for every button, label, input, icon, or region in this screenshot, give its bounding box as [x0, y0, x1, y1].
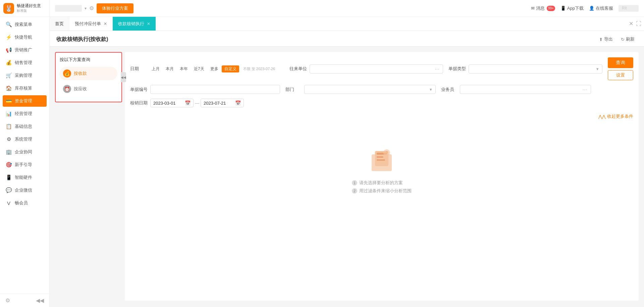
counterpart-label: 往来单位	[289, 66, 307, 72]
sidebar-item-system[interactable]: ⚙ 系统管理	[0, 133, 49, 146]
refresh-button[interactable]: ↻ 刷新	[618, 35, 637, 44]
sidebar-item-finance[interactable]: 💳 资金管理	[3, 95, 47, 107]
voucher-no-input[interactable]	[150, 85, 280, 94]
shortcut-more[interactable]: 更多	[208, 65, 221, 72]
hardware-icon: 📱	[5, 174, 12, 181]
sidebar-item-marketing[interactable]: 📢 营销推广	[0, 44, 49, 56]
shortcut-this-year[interactable]: 本年	[177, 65, 191, 72]
verify-date-field: 核销日期 📅 — 📅	[130, 99, 633, 107]
logo-line1: 畅捷通好生意	[17, 3, 41, 9]
topbar-messages[interactable]: ✉ 消息 99+	[531, 5, 555, 11]
shortcut-this-month[interactable]: 本月	[163, 65, 176, 72]
export-icon: ⬆	[599, 37, 603, 42]
refresh-icon: ↻	[621, 37, 625, 42]
calendar-start-icon[interactable]: 📅	[185, 100, 191, 106]
collapse-sidebar-icon[interactable]: ◀◀	[36, 297, 44, 304]
topbar-gear-icon[interactable]: ⚙	[89, 5, 94, 11]
sidebar-item-member[interactable]: V 畅会员	[0, 197, 49, 209]
date-shortcuts: 上月 本月 本年 近7天 更多 自定义	[149, 65, 239, 72]
messages-label: 消息	[536, 5, 545, 11]
date-field: 日期 上月 本月 本年 近7天 更多 自定义 不限 至 2023-07-26	[130, 65, 284, 72]
verify-date-start-input[interactable]	[153, 101, 183, 106]
empty-tips: 1 请先选择要分析的方案 2 用过滤条件来缩小分析范围	[352, 180, 412, 196]
date-label: 日期	[130, 66, 146, 72]
sidebar-item-label: 经营管理	[15, 111, 32, 117]
verify-date-start-wrap[interactable]: 📅	[150, 99, 194, 107]
tab-close-all-icon[interactable]: ✕	[629, 20, 633, 27]
service-icon: 👤	[589, 6, 594, 11]
empty-state: ? 1 请先选择要分析的方案 2 用过滤条件来缩小分析范围	[130, 121, 633, 216]
sidebar-item-label: 采购管理	[15, 72, 32, 79]
app-icon: 📱	[560, 6, 566, 11]
shortcut-last-month[interactable]: 上月	[149, 65, 162, 72]
topbar-online-service[interactable]: 👤 在线客服	[589, 5, 613, 11]
shortcut-7days[interactable]: 近7天	[191, 65, 207, 72]
topbar-dropdown-icon[interactable]: ▾	[85, 6, 87, 11]
more-conditions-row: ⋀⋀ 收起更多条件	[130, 112, 633, 121]
sidebar-item-search[interactable]: 🔍 搜索菜单	[0, 18, 49, 31]
query-button[interactable]: 查询	[608, 57, 633, 68]
tab-collection[interactable]: 收款核销执行 ✕	[113, 17, 156, 31]
solution-button[interactable]: 体验行业方案	[97, 3, 133, 13]
sidebar-item-basic[interactable]: 📋 基础信息	[0, 120, 49, 133]
tab-prepay[interactable]: 预付冲应付单 ✕	[69, 17, 113, 31]
filter-option-receivable[interactable]: ⏰ 按应收	[60, 82, 117, 96]
sidebar-item-quick[interactable]: ⚡ 快捷导航	[0, 31, 49, 44]
tab-collection-close[interactable]: ✕	[147, 21, 150, 26]
app-download-label: App下载	[567, 5, 584, 11]
sidebar-item-sales[interactable]: 💰 销售管理	[0, 56, 49, 69]
sidebar-item-label: 企业微信	[15, 187, 32, 193]
online-service-label: 在线客服	[596, 5, 613, 11]
empty-tip-1: 1 请先选择要分析的方案	[352, 180, 412, 186]
logo-text-block: 畅捷通好生意 标准版	[17, 3, 41, 13]
sidebar-item-label: 新手引导	[15, 162, 32, 168]
employee-select[interactable]: ···	[460, 85, 591, 94]
svg-text:?: ?	[386, 151, 388, 155]
counterpart-select[interactable]: ···	[310, 64, 443, 73]
filter-option-collection[interactable]: 💰 按收款	[60, 67, 117, 80]
sidebar-item-wechat[interactable]: 💬 企业微信	[0, 184, 49, 197]
stock-icon: 🏠	[5, 85, 12, 91]
more-conditions-toggle[interactable]: ⋀⋀ 收起更多条件	[598, 112, 633, 121]
marketing-icon: 📢	[5, 47, 12, 53]
settings-footer-icon[interactable]: ⚙	[5, 297, 10, 304]
finance-icon: 💳	[5, 98, 12, 104]
sidebar-item-stock[interactable]: 🏠 库存核算	[0, 82, 49, 95]
form-row-2: 单据编号 部门 ▾ 业务员 ···	[130, 85, 633, 94]
topbar-user-avatar[interactable]: Rit	[619, 5, 639, 12]
tabbar: 首页 预付冲应付单 ✕ 收款核销执行 ✕ ✕ ⛶	[50, 17, 644, 31]
voucher-type-select[interactable]: ▾	[469, 64, 602, 73]
tabbar-actions: ✕ ⛶	[626, 17, 644, 31]
sidebar-item-hardware[interactable]: 📱 智能硬件	[0, 171, 49, 184]
tab-home[interactable]: 首页	[50, 17, 69, 31]
department-select[interactable]: ▾	[304, 85, 435, 94]
topbar-app-download[interactable]: 📱 App下载	[560, 5, 584, 11]
sidebar-item-label: 销售管理	[15, 60, 32, 66]
export-button[interactable]: ⬆ 导出	[596, 35, 615, 44]
quick-icon: ⚡	[5, 34, 12, 40]
tab-expand-icon[interactable]: ⛶	[636, 21, 641, 27]
main-area: ▾ ⚙ 体验行业方案 ✉ 消息 99+ 📱 App下载 👤 在线客服 Rit	[50, 0, 644, 307]
query-buttons: 查询 设置	[608, 57, 633, 80]
sidebar-item-purchase[interactable]: 🛒 采购管理	[0, 69, 49, 82]
sidebar-logo: 🐰 畅捷通好生意 标准版	[0, 0, 49, 17]
calendar-end-icon[interactable]: 📅	[235, 100, 241, 106]
search-icon: 🔍	[5, 21, 12, 28]
query-panel: 日期 上月 本月 本年 近7天 更多 自定义 不限 至 2023-07-26	[125, 52, 639, 301]
verify-date-end-input[interactable]	[204, 101, 234, 106]
sidebar-menu: 🔍 搜索菜单 ⚡ 快捷导航 📢 营销推广 💰 销售管理 🛒 采购管理 🏠 库存核…	[0, 17, 49, 294]
collapse-filter-arrow[interactable]: ◀◀	[121, 72, 126, 82]
settings-button[interactable]: 设置	[608, 70, 633, 80]
tab-prepay-close[interactable]: ✕	[104, 21, 107, 26]
sidebar-item-guide[interactable]: 🎯 新手引导	[0, 158, 49, 171]
sidebar-item-enterprise[interactable]: 🏢 企业协同	[0, 146, 49, 158]
filter-panel: 按以下方案查询 💰 按收款 ⏰ 按应收 ◀◀	[55, 52, 122, 102]
sidebar-item-operation[interactable]: 📊 经营管理	[0, 107, 49, 120]
verify-date-end-wrap[interactable]: 📅	[201, 99, 244, 107]
department-label: 部门	[285, 87, 302, 93]
page-title: 收款核销执行(按收款)	[56, 36, 108, 43]
shortcut-custom[interactable]: 自定义	[222, 65, 239, 72]
employee-label: 业务员	[441, 87, 457, 93]
sidebar-item-label: 资金管理	[15, 98, 32, 104]
verify-date-range: 📅 — 📅	[150, 99, 244, 107]
